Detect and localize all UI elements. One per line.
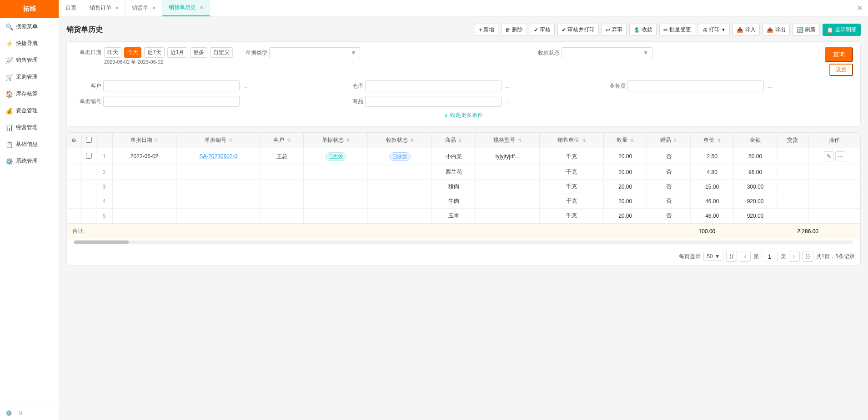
row-gift: 否 xyxy=(647,180,691,194)
row-customer xyxy=(260,194,304,209)
sidebar-item-fund-mgmt[interactable]: 💰 资金管理 xyxy=(0,102,59,119)
col-qty-header[interactable]: 数量 ⇅ xyxy=(603,133,647,148)
sidebar-item-quick-nav[interactable]: ⚡ 快捷导航 xyxy=(0,35,59,52)
sidebar-item-search-menu[interactable]: 🔍 搜索菜单 xyxy=(0,18,59,35)
collect-button[interactable]: 💲 收款 xyxy=(629,24,657,36)
row-checkbox[interactable] xyxy=(86,153,92,159)
doc-num-input[interactable] xyxy=(103,96,240,107)
pause-bottom-icon[interactable]: ⏸ xyxy=(18,410,23,416)
payment-select[interactable]: ▼ xyxy=(562,47,652,58)
tab-home-label: 首页 xyxy=(65,4,76,12)
tab-sales-order[interactable]: 销售订单 ✕ xyxy=(83,0,125,16)
col-customer-header[interactable]: 客户 ⇅ xyxy=(260,133,304,148)
warehouse-ellipsis-button[interactable]: ... xyxy=(503,83,512,89)
date-btn-today[interactable]: 今天 xyxy=(124,47,141,58)
row-doc-num[interactable] xyxy=(176,165,260,180)
sidebar-item-purchase-mgmt[interactable]: 🛒 采购管理 xyxy=(0,69,59,85)
settings-bottom-icon[interactable]: ⚙️ xyxy=(5,410,12,416)
doc-num-link[interactable]: SA-20230602-0 xyxy=(199,153,237,160)
date-btn-1month[interactable]: 近1月 xyxy=(167,47,188,58)
col-docstatus-header[interactable]: 单据状态 ⇅ xyxy=(304,133,368,148)
sidebar-item-sales-mgmt[interactable]: 📈 销售管理 xyxy=(0,52,59,69)
col-unit-header[interactable]: 销售单位 ⇅ xyxy=(539,133,603,148)
col-gift-header[interactable]: 赠品 ⇅ xyxy=(647,133,691,148)
agent-input[interactable] xyxy=(627,80,764,91)
col-gear-header[interactable]: ⚙ xyxy=(67,133,81,148)
row-more-button[interactable]: ⋯ xyxy=(835,151,845,161)
sidebar-item-label: 基础信息 xyxy=(16,140,38,148)
batch-change-button[interactable]: ✏ 批量变更 xyxy=(659,24,695,36)
new-button[interactable]: + 新增 xyxy=(475,24,498,36)
row-doc-num[interactable] xyxy=(176,194,260,209)
tab-sales-goods-close[interactable]: ✕ xyxy=(152,5,156,10)
sidebar-item-label: 快捷导航 xyxy=(16,40,38,47)
goods-sort-icon: ⇅ xyxy=(458,138,462,143)
prev-page-button[interactable]: ﹤ xyxy=(740,251,751,262)
col-price-header[interactable]: 单价 ⇅ xyxy=(690,133,734,148)
page-number-input[interactable] xyxy=(762,252,778,261)
row-qty: 20.00 xyxy=(603,148,647,165)
row-number: 3 xyxy=(96,180,112,194)
tab-sales-goods[interactable]: 销货单 ✕ xyxy=(125,0,162,16)
import-button[interactable]: 📥 导入 xyxy=(733,24,760,36)
abandon-button[interactable]: ↩ 弃审 xyxy=(602,24,627,36)
audit-button[interactable]: ✔ 审核 xyxy=(530,24,555,36)
delete-button[interactable]: 🗑 删除 xyxy=(501,24,527,36)
export-button[interactable]: 📤 导出 xyxy=(763,24,790,36)
warehouse-input[interactable] xyxy=(365,80,502,91)
tabs-close-all-button[interactable]: ✕ xyxy=(851,4,868,12)
date-btn-yesterday[interactable]: 昨天 xyxy=(104,47,121,58)
row-customer xyxy=(260,209,304,223)
col-goods-header[interactable]: 商品 ⇅ xyxy=(432,133,476,148)
row-doc-status xyxy=(304,209,368,223)
col-paystatus-header[interactable]: 收款状态 ⇅ xyxy=(368,133,432,148)
row-trade xyxy=(777,148,808,165)
col-date-header[interactable]: 单据日期 ⇅ xyxy=(112,133,176,148)
col-spec-header[interactable]: 规格型号 ⇅ xyxy=(475,133,539,148)
row-doc-num[interactable] xyxy=(176,180,260,194)
agent-ellipsis-button[interactable]: ... xyxy=(766,83,774,89)
first-page-button[interactable]: ⟨⟨ xyxy=(726,251,737,262)
row-doc-num[interactable] xyxy=(176,209,260,223)
next-page-button[interactable]: ﹥ xyxy=(789,251,800,262)
tab-sales-order-label: 销售订单 xyxy=(90,4,111,12)
row-edit-button[interactable]: ✎ xyxy=(824,151,834,161)
goods-ellipsis-button[interactable]: ... xyxy=(503,98,512,105)
type-select[interactable]: ▼ xyxy=(269,47,360,58)
sidebar-item-operation-mgmt[interactable]: 📊 经营管理 xyxy=(0,119,59,136)
row-doc-num[interactable]: SA-20230602-0 xyxy=(176,148,260,165)
customer-input[interactable] xyxy=(103,80,240,91)
col-action-header: 操作 xyxy=(808,133,860,148)
setting-button[interactable]: 设置 xyxy=(829,64,853,76)
query-button[interactable]: 查询 xyxy=(825,47,853,62)
row-spec xyxy=(475,194,539,209)
page-size-select[interactable]: 50 ▼ xyxy=(703,252,723,261)
tab-sales-history[interactable]: 销货单历史 ✕ xyxy=(162,0,210,16)
date-sort-icon: ⇅ xyxy=(155,138,158,143)
goods-input[interactable] xyxy=(365,96,502,107)
sidebar-item-inventory-calc[interactable]: 🏠 库存核算 xyxy=(0,85,59,102)
sidebar-item-system-mgmt[interactable]: ⚙️ 系统管理 xyxy=(0,153,59,170)
col-check-header[interactable] xyxy=(81,133,96,148)
collapse-filter-button[interactable]: ∧ 收起更多条件 xyxy=(74,110,853,121)
horizontal-scrollbar[interactable] xyxy=(67,239,860,247)
row-number: 5 xyxy=(96,209,112,223)
customer-ellipsis-button[interactable]: ... xyxy=(241,83,250,89)
col-docnum-header[interactable]: 单据编号 ⇅ xyxy=(176,133,260,148)
toolbar: + 新增 🗑 删除 ✔ 审核 ✔ 审核并打印 ↩ 弃审 xyxy=(475,24,861,36)
sidebar-item-basic-info[interactable]: 📋 基础信息 xyxy=(0,136,59,153)
row-checkbox-cell[interactable] xyxy=(81,148,96,165)
row-actions xyxy=(808,180,860,194)
audit-print-button[interactable]: ✔ 审核并打印 xyxy=(557,24,599,36)
date-btn-7days[interactable]: 近7天 xyxy=(144,47,165,58)
tab-sales-history-close[interactable]: ✕ xyxy=(200,5,203,10)
date-btn-more[interactable]: 更多 xyxy=(190,47,207,58)
date-btn-custom[interactable]: 自定义 xyxy=(210,47,233,58)
show-detail-button[interactable]: 📋 显示明细 xyxy=(823,24,861,36)
select-all-checkbox[interactable] xyxy=(86,137,92,143)
tab-home[interactable]: 首页 xyxy=(59,0,83,16)
tab-sales-order-close[interactable]: ✕ xyxy=(115,5,119,10)
last-page-button[interactable]: ⟩⟩ xyxy=(803,251,813,262)
print-button[interactable]: 🖨 打印 ▼ xyxy=(698,24,730,36)
refresh-button[interactable]: 🔄 刷新 xyxy=(793,24,820,36)
